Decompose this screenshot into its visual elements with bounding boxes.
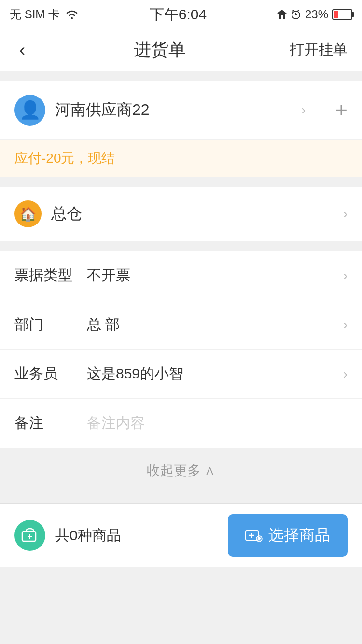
select-product-label: 选择商品 <box>268 525 330 546</box>
section-gap-4 <box>0 493 362 503</box>
back-button[interactable]: ‹ <box>14 35 30 65</box>
department-row[interactable]: 部门 总 部 › <box>0 300 362 350</box>
supplier-chevron-icon: › <box>301 102 306 118</box>
carrier-text: 无 SIM 卡 <box>10 7 60 22</box>
status-bar: 无 SIM 卡 下午6:04 23% <box>0 0 362 29</box>
warehouse-chevron-icon: › <box>343 206 348 222</box>
product-count: 共0种商品 <box>55 526 228 546</box>
battery-icon <box>332 9 352 20</box>
invoice-type-value: 不开票 <box>87 266 343 285</box>
battery-text: 23% <box>305 8 328 21</box>
status-time: 下午6:04 <box>150 5 207 25</box>
notice-bar: 应付-20元，现结 <box>0 140 362 177</box>
salesperson-chevron-icon: › <box>343 366 348 382</box>
page-title: 进货单 <box>134 38 186 62</box>
supplier-avatar: 👤 <box>14 95 45 126</box>
notice-text: 应付-20元，现结 <box>14 151 115 166</box>
department-label: 部门 <box>14 315 77 335</box>
supplier-name: 河南供应商22 <box>55 99 301 121</box>
remark-label: 备注 <box>14 413 77 433</box>
status-right: 23% <box>277 8 352 21</box>
form-section: 票据类型 不开票 › 部门 总 部 › 业务员 这是859的小智 › 备注 备注… <box>0 251 362 448</box>
invoice-type-row[interactable]: 票据类型 不开票 › <box>0 251 362 300</box>
product-icon <box>14 520 45 551</box>
warehouse-row[interactable]: 🏠 总仓 › <box>0 187 362 241</box>
salesperson-row[interactable]: 业务员 这是859的小智 › <box>0 350 362 399</box>
supplier-row[interactable]: 👤 河南供应商22 › + <box>0 81 362 140</box>
add-supplier-button[interactable]: + <box>335 99 348 121</box>
cart-icon <box>21 528 39 543</box>
warehouse-name: 总仓 <box>51 203 343 224</box>
avatar-icon: 👤 <box>19 100 41 120</box>
svg-line-4 <box>292 10 294 11</box>
bottom-bar: 共0种商品 选择商品 <box>0 503 362 567</box>
remark-input[interactable]: 备注内容 <box>87 413 348 433</box>
remark-row[interactable]: 备注 备注内容 <box>0 399 362 448</box>
open-pending-button[interactable]: 打开挂单 <box>290 40 348 60</box>
collapse-label: 收起更多 ∧ <box>147 462 216 480</box>
svg-point-0 <box>71 17 73 19</box>
section-gap-1 <box>0 71 362 81</box>
section-gap-3 <box>0 241 362 251</box>
invoice-type-label: 票据类型 <box>14 266 77 285</box>
location-icon <box>277 10 287 19</box>
svg-line-5 <box>298 10 299 11</box>
salesperson-label: 业务员 <box>14 364 77 384</box>
wifi-icon <box>65 9 79 20</box>
alarm-icon <box>291 9 301 20</box>
department-chevron-icon: › <box>343 317 348 333</box>
invoice-type-chevron-icon: › <box>343 268 348 283</box>
status-carrier: 无 SIM 卡 <box>10 7 79 22</box>
select-product-button[interactable]: 选择商品 <box>228 514 348 557</box>
section-gap-2 <box>0 177 362 187</box>
collapse-row[interactable]: 收起更多 ∧ <box>0 448 362 493</box>
vertical-divider <box>325 100 325 120</box>
supplier-section: 👤 河南供应商22 › + 应付-20元，现结 <box>0 81 362 177</box>
nav-bar: ‹ 进货单 打开挂单 <box>0 29 362 71</box>
main-content: 👤 河南供应商22 › + 应付-20元，现结 🏠 总仓 › 票据类型 不开票 … <box>0 71 362 644</box>
warehouse-icon: 🏠 <box>14 200 42 227</box>
department-value: 总 部 <box>87 315 343 335</box>
salesperson-value: 这是859的小智 <box>87 364 343 384</box>
select-product-icon <box>245 528 263 543</box>
